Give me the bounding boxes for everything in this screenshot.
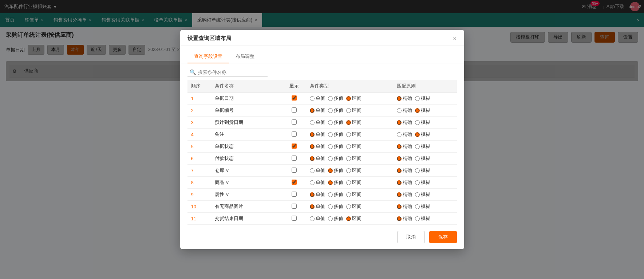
col-order: 顺序 [187,80,211,86]
col-type: 条件类型 [306,80,393,86]
tab-query-fields[interactable]: 查询字段设置 [187,50,229,63]
modal-overlay: 设置查询区域布局 × 查询字段设置 布局调整 🔍 顺序 [0,0,644,86]
dialog-table: 顺序 条件名称 显示 条件类型 匹配原则 1单据日期单值多值区间精确模糊2单据编… [180,80,464,86]
dialog-close-button[interactable]: × [453,35,457,42]
dialog-tabs: 查询字段设置 布局调整 [180,46,464,63]
search-icon: 🔍 [190,69,196,75]
search-box: 🔍 [187,68,268,77]
settings-dialog: 设置查询区域布局 × 查询字段设置 布局调整 🔍 顺序 [180,30,464,86]
dialog-header: 设置查询区域布局 × [180,30,464,46]
dialog-title: 设置查询区域布局 [187,35,231,42]
tab-layout[interactable]: 布局调整 [229,50,261,63]
search-input[interactable] [198,70,264,75]
dialog-search-area: 🔍 [180,63,464,80]
col-display: 显示 [283,80,306,86]
tab-query-fields-label: 查询字段设置 [194,54,222,59]
col-name: 条件名称 [211,80,283,86]
col-match: 匹配原则 [393,80,457,86]
tab-layout-label: 布局调整 [236,54,254,59]
